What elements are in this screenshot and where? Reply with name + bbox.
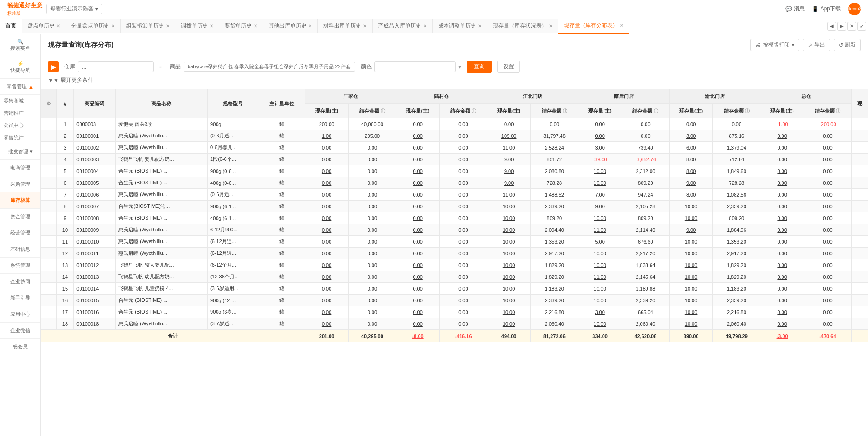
company-selector[interactable]: 母婴行业演示陈套 ▾ [46,4,102,14]
sidebar-item-inventory[interactable]: 库存核算 [0,192,40,209]
warehouse-more-btn[interactable]: ··· [156,64,165,70]
row-total-qty[interactable]: 0.00 [760,154,804,165]
info-icon[interactable]: ⓘ [654,108,658,113]
tab-yhls[interactable]: 要货单历史 ✕ [219,19,263,33]
row-c1-qty[interactable]: 0.00 [305,165,348,177]
tab-close-all-btn[interactable]: ✕ [847,22,856,31]
sidebar-item-purchase[interactable]: 采购管理 [0,176,40,192]
row-c4-qty[interactable]: 7.00 [578,189,622,201]
row-total-qty[interactable]: 0.00 [760,224,804,236]
row-c2-qty[interactable]: 0.00 [396,306,439,318]
row-total-qty[interactable]: 0.00 [760,201,804,212]
row-c5-qty[interactable]: 9.00 [669,177,712,189]
row-c4-qty[interactable]: 9.00 [578,201,622,212]
user-avatar[interactable]: demo2 [848,3,861,15]
filter-toggle-btn[interactable]: ▶ [48,61,59,72]
row-total-qty[interactable]: 0.00 [760,283,804,295]
sidebar-item-search[interactable]: 🔍 搜索英单 [0,34,40,56]
row-c4-qty[interactable]: 3.00 [578,306,622,318]
row-c5-qty[interactable]: 10.00 [669,306,712,318]
sidebar-item-basic[interactable]: 基础信息 [0,241,40,258]
info-icon[interactable]: ⓘ [836,108,840,113]
row-c5-qty[interactable]: 10.00 [669,201,712,212]
row-c1-qty[interactable]: 0.00 [305,236,348,248]
tab-clckls[interactable]: 材料出库单历史 ✕ [318,19,373,33]
row-c1-qty[interactable]: 0.00 [305,318,348,330]
close-icon[interactable]: ✕ [111,23,115,28]
tab-xczl[interactable]: 现存量（库存状况表） ✕ [487,19,558,33]
sidebar-item-sys[interactable]: 系统管理 [0,258,40,274]
row-c2-qty[interactable]: 0.00 [396,236,439,248]
row-c3-qty[interactable]: 9.00 [487,165,530,177]
info-icon[interactable]: ⓘ [472,108,476,113]
row-total-qty[interactable]: 0.00 [760,212,804,224]
info-icon[interactable]: ⓘ [381,108,385,113]
setting-btn[interactable]: 设置 [497,61,520,73]
row-total-qty[interactable]: 0.00 [760,306,804,318]
row-c2-qty[interactable]: 0.00 [396,189,439,201]
close-icon[interactable]: ✕ [423,23,427,28]
sidebar-item-apps[interactable]: 应用中心 [0,306,40,323]
row-c3-qty[interactable]: 10.00 [487,283,530,295]
row-c3-qty[interactable]: 9.00 [487,154,530,165]
row-c5-qty[interactable]: 10.00 [669,295,712,306]
tab-fblsdls[interactable]: 分量盘点单历史 ✕ [66,19,121,33]
row-c4-qty[interactable]: 11.00 [578,224,622,236]
sidebar-item-wholesale[interactable]: 批发管理 ▾ [0,144,40,160]
close-icon[interactable]: ✕ [549,23,552,28]
tab-cbtzls[interactable]: 成本调整单历史 ✕ [433,19,487,33]
row-c1-qty[interactable]: 0.00 [305,201,348,212]
row-c3-qty[interactable]: 0.00 [487,118,530,130]
row-c5-qty[interactable]: 6.00 [669,142,712,154]
row-total-qty[interactable]: 0.00 [760,189,804,201]
row-c2-qty[interactable]: 0.00 [396,165,439,177]
row-c3-qty[interactable]: 11.00 [487,189,530,201]
close-icon[interactable]: ✕ [363,23,367,28]
row-c2-qty[interactable]: 0.00 [396,295,439,306]
row-c1-qty[interactable]: 0.00 [305,248,348,259]
row-c2-qty[interactable]: 0.00 [396,248,439,259]
row-c3-qty[interactable]: 10.00 [487,224,530,236]
row-c4-qty[interactable]: 10.00 [578,212,622,224]
info-icon[interactable]: ⓘ [563,108,567,113]
row-c4-qty[interactable]: 5.00 [578,236,622,248]
row-c1-qty[interactable]: 0.00 [305,271,348,283]
row-c1-qty[interactable]: 0.00 [305,189,348,201]
sidebar-item-wecom[interactable]: 企业微信 [0,323,40,339]
row-c3-qty[interactable]: 10.00 [487,271,530,283]
sidebar-item-retail[interactable]: 零售管理 ▲ [0,79,40,95]
row-c2-qty[interactable]: 0.00 [396,271,439,283]
row-total-qty[interactable]: 0.00 [760,165,804,177]
row-c1-qty[interactable]: 0.00 [305,224,348,236]
row-c5-qty[interactable]: 10.00 [669,212,712,224]
close-icon[interactable]: ✕ [166,23,170,28]
row-c4-qty[interactable]: 0.00 [578,130,622,142]
row-c5-qty[interactable]: 8.00 [669,189,712,201]
row-total-qty[interactable]: 0.00 [760,142,804,154]
row-total-qty[interactable]: 0.00 [760,259,804,271]
row-total-qty[interactable]: 0.00 [760,248,804,259]
row-c1-qty[interactable]: 0.00 [305,295,348,306]
row-c4-qty[interactable]: 10.00 [578,165,622,177]
row-total-qty[interactable]: 0.00 [760,295,804,306]
row-total-qty[interactable]: 0.00 [760,177,804,189]
row-total-qty[interactable]: 0.00 [760,271,804,283]
sidebar-item-corp[interactable]: 企业协同 [0,274,40,290]
row-c5-qty[interactable]: 10.00 [669,271,712,283]
close-icon[interactable]: ✕ [210,23,213,28]
col-gear[interactable]: ⚙ [41,89,57,118]
sidebar-item-vip[interactable]: 畅会员 [0,339,40,355]
tab-dpls[interactable]: 调拨单历史 ✕ [175,19,219,33]
row-total-qty[interactable]: -1.00 [760,118,804,130]
row-c1-qty[interactable]: 1.00 [305,130,348,142]
row-c5-qty[interactable]: 3.00 [669,130,712,142]
tab-next-btn[interactable]: ▶ [837,22,846,31]
search-btn[interactable]: 查询 [467,61,492,73]
app-download-btn[interactable]: 📱 App下载 [812,5,841,13]
row-c2-qty[interactable]: 0.00 [396,154,439,165]
expand-more-btn[interactable]: ▼▼ 展开更多条件 [48,76,861,84]
row-c1-qty[interactable]: 0.00 [305,306,348,318]
row-c3-qty[interactable]: 10.00 [487,259,530,271]
tab-xcfb[interactable]: 现存量（库存分布表） ✕ [558,18,629,34]
row-c3-qty[interactable]: 9.00 [487,177,530,189]
